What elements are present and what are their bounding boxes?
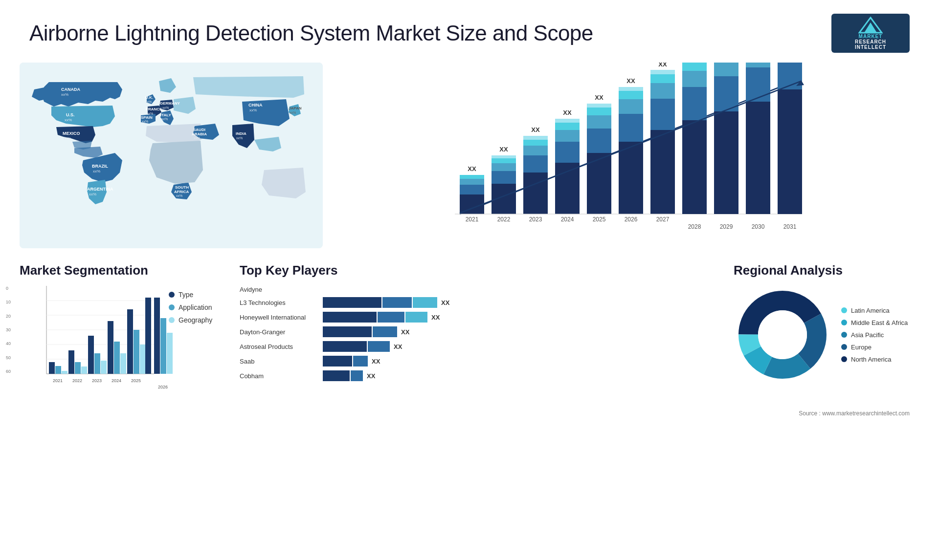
bar-label-2025: XX <box>595 94 604 101</box>
italy-label: ITALY <box>160 113 171 117</box>
svg-rect-37 <box>160 318 166 374</box>
logo-text: MARKET RESEARCH INTELLECT <box>855 34 886 50</box>
bar-2027-seg5 <box>650 70 675 74</box>
bar-2025-seg4 <box>587 108 611 115</box>
asia-pacific-text: Asia Pacific <box>851 331 884 339</box>
logo-line2: RESEARCH <box>855 39 886 44</box>
players-title: Top Key Players <box>240 263 719 278</box>
russia-region <box>193 76 304 98</box>
player-dayton: Dayton-Granger XX <box>240 326 719 337</box>
player-avidyne: Avidyne <box>240 286 719 293</box>
argentina-value: xx% <box>89 192 96 196</box>
mexico-value: xx% <box>64 136 71 141</box>
dayton-name: Dayton-Granger <box>240 328 318 336</box>
svg-rect-38 <box>167 333 173 374</box>
canada-value: xx% <box>61 92 68 97</box>
north-america-dot <box>841 356 847 362</box>
logo-icon <box>858 17 883 34</box>
south-africa-label2: AFRICA <box>174 190 189 194</box>
asia-pacific-legend: Asia Pacific <box>841 331 908 339</box>
bar-label-2022: XX <box>499 146 508 153</box>
bar-2022-seg4 <box>492 158 516 163</box>
bar-2027-seg2 <box>650 99 675 130</box>
astroseal-bar-seg2 <box>368 341 390 352</box>
astroseal-bar: XX <box>323 341 719 352</box>
svg-point-46 <box>758 310 807 359</box>
japan-label: JAPAN <box>289 106 302 110</box>
bar-2022-seg2 <box>492 171 516 184</box>
astroseal-value: XX <box>394 343 402 350</box>
saab-bar-seg2 <box>353 356 368 366</box>
cobham-bar-seg2 <box>351 370 363 381</box>
europe-legend: Europe <box>841 344 908 351</box>
bar-2028-seg4 <box>682 63 707 71</box>
svg-rect-28 <box>114 342 120 374</box>
bar-2030-seg2 <box>746 67 770 102</box>
seg-bar-svg: 2021 2022 2023 <box>37 286 154 393</box>
saudi-label2: ARABIA <box>192 132 207 136</box>
svg-text:2021: 2021 <box>53 378 63 383</box>
year-2029: 2029 <box>720 223 733 230</box>
l3-bar: XX <box>323 297 719 308</box>
logo-area: MARKET RESEARCH INTELLECT <box>831 14 910 53</box>
year-2023: 2023 <box>529 216 542 223</box>
bar-2028-seg1 <box>682 120 707 214</box>
dayton-value: XX <box>401 328 409 336</box>
year-2026: 2026 <box>625 216 638 223</box>
year-2030: 2030 <box>752 223 765 230</box>
player-cobham: Cobham XX <box>240 370 719 381</box>
honeywell-bar-seg3 <box>405 312 427 323</box>
uk-value: xx% <box>145 100 152 104</box>
europe-text: Europe <box>851 344 872 351</box>
l3-name: L3 Technologies <box>240 299 318 306</box>
bar-2021-seg2 <box>460 185 484 194</box>
header: Airborne Lightning Detection System Mark… <box>0 0 939 63</box>
mexico-label: MEXICO <box>63 131 80 136</box>
france-value: xx% <box>147 112 153 115</box>
svg-rect-33 <box>140 345 146 374</box>
bar-label-2023: XX <box>531 126 540 133</box>
astroseal-name: Astroseal Products <box>240 343 318 350</box>
spain-value: xx% <box>142 120 148 123</box>
donut-chart-svg <box>734 286 831 384</box>
bar-2026-seg4 <box>619 91 643 99</box>
brazil-label: BRAZIL <box>92 164 108 169</box>
asia-pacific-dot <box>841 332 847 338</box>
astroseal-bar-seg1 <box>323 341 367 352</box>
bar-2025-seg5 <box>587 104 611 108</box>
top-content: CANADA xx% U.S. xx% MEXICO xx% BRAZIL xx… <box>0 63 939 248</box>
sub-saharan <box>149 141 203 184</box>
dayton-bar-seg1 <box>323 326 372 337</box>
saab-bar-seg1 <box>323 356 352 366</box>
bar-2030-seg1 <box>746 102 770 214</box>
honeywell-bar: XX <box>323 312 719 323</box>
bar-2030-seg3 <box>746 63 770 67</box>
saab-value: XX <box>372 358 380 365</box>
player-l3: L3 Technologies XX <box>240 297 719 308</box>
bar-2026-seg5 <box>619 87 643 91</box>
bar-2028-seg3 <box>682 71 707 87</box>
bar-label-2024: XX <box>563 109 572 116</box>
bar-2026-seg2 <box>619 114 643 142</box>
china-label: CHINA <box>248 103 263 108</box>
l3-bar-seg1 <box>323 297 381 308</box>
year-2022: 2022 <box>497 216 511 223</box>
bar-2023-seg5 <box>523 136 548 140</box>
latin-america-text: Latin America <box>851 307 890 314</box>
bar-2024-seg2 <box>555 142 580 163</box>
year-2028: 2028 <box>688 223 701 230</box>
middle-east-text: Middle East & Africa <box>851 319 908 326</box>
south-africa-value: xx% <box>176 194 182 197</box>
player-honeywell: Honeywell International XX <box>240 312 719 323</box>
svg-rect-25 <box>101 361 107 374</box>
svg-rect-36 <box>154 298 160 374</box>
bar-label-2026: XX <box>626 77 635 85</box>
china-value: xx% <box>249 108 257 112</box>
brazil-value: xx% <box>93 169 100 173</box>
players-list: Avidyne L3 Technologies XX Honeywell Int… <box>240 286 719 381</box>
latin-america-dot <box>841 307 847 313</box>
svg-rect-15 <box>49 362 55 374</box>
map-section: CANADA xx% U.S. xx% MEXICO xx% BRAZIL xx… <box>20 63 323 248</box>
bar-2023-seg4 <box>523 140 548 146</box>
canada-label: CANADA <box>61 87 80 92</box>
